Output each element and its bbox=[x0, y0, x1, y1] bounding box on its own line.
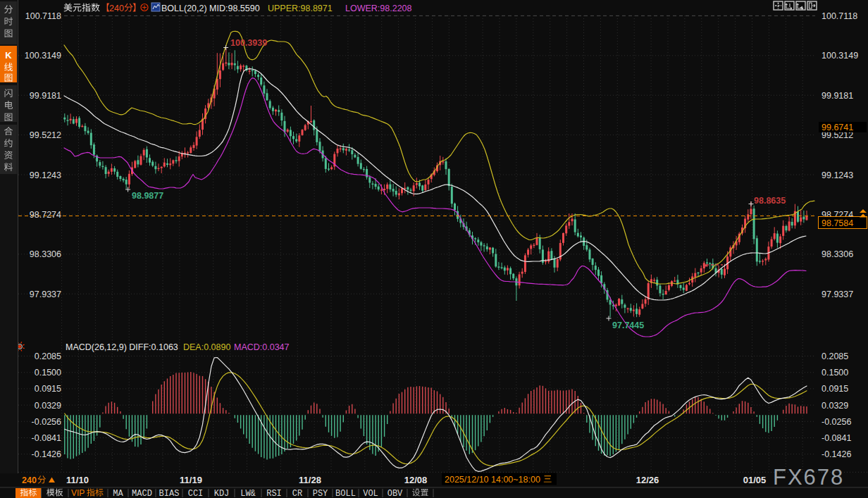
svg-text:12/26: 12/26 bbox=[636, 475, 659, 485]
svg-text:VIP: VIP bbox=[71, 488, 85, 498]
svg-text:MACD(26,12,9) DIFF:0.1063: MACD(26,12,9) DIFF:0.1063 bbox=[66, 342, 178, 352]
svg-text:97.7445: 97.7445 bbox=[612, 320, 644, 330]
svg-text:UPPER:98.8971: UPPER:98.8971 bbox=[268, 4, 333, 13]
svg-text:100.3149: 100.3149 bbox=[25, 51, 61, 61]
svg-text:-0.0256: -0.0256 bbox=[822, 417, 851, 427]
svg-text:-0.0256: -0.0256 bbox=[32, 417, 61, 427]
svg-text:BIAS: BIAS bbox=[159, 489, 180, 498]
svg-text:240: 240 bbox=[22, 475, 37, 485]
svg-text:KDJ: KDJ bbox=[214, 489, 230, 498]
svg-text:100.7118: 100.7118 bbox=[822, 11, 857, 21]
svg-text:DEA:0.0890: DEA:0.0890 bbox=[183, 342, 230, 352]
svg-text:01/05: 01/05 bbox=[743, 475, 767, 485]
svg-text:99.5212: 99.5212 bbox=[30, 130, 61, 140]
svg-text:CR: CR bbox=[292, 489, 302, 498]
svg-text:100.3149: 100.3149 bbox=[822, 51, 858, 61]
svg-text:0.0329: 0.0329 bbox=[35, 401, 61, 411]
svg-text:VOL: VOL bbox=[363, 489, 378, 498]
svg-text:11/28: 11/28 bbox=[299, 475, 321, 485]
svg-text:K: K bbox=[5, 50, 12, 61]
svg-text:BOLL(20,2) MID:98.5590: BOLL(20,2) MID:98.5590 bbox=[161, 4, 260, 13]
svg-text:MACD: MACD bbox=[132, 489, 152, 498]
svg-text:-0.1426: -0.1426 bbox=[32, 449, 61, 459]
svg-text:99.9181: 99.9181 bbox=[822, 91, 853, 101]
svg-text:0.2085: 0.2085 bbox=[822, 351, 848, 361]
svg-text:BOLL: BOLL bbox=[335, 489, 356, 498]
svg-text:99.9181: 99.9181 bbox=[30, 91, 61, 101]
svg-text:FX678: FX678 bbox=[773, 465, 844, 490]
svg-text:-0.0841: -0.0841 bbox=[822, 433, 851, 443]
svg-text:0.0915: 0.0915 bbox=[822, 384, 848, 394]
svg-text:LW&: LW& bbox=[240, 489, 256, 498]
svg-text:100.7118: 100.7118 bbox=[25, 11, 61, 21]
svg-text:97.9337: 97.9337 bbox=[30, 290, 61, 299]
svg-text:2025/12/10 14:00~18:00: 2025/12/10 14:00~18:00 bbox=[445, 475, 540, 485]
svg-text:OBV: OBV bbox=[388, 489, 403, 498]
svg-text:MACD:0.0347: MACD:0.0347 bbox=[234, 342, 290, 352]
svg-text:CCI: CCI bbox=[188, 489, 204, 498]
svg-text:0.2085: 0.2085 bbox=[35, 351, 61, 361]
svg-text:98.8635: 98.8635 bbox=[754, 196, 786, 206]
svg-text:0.1500: 0.1500 bbox=[35, 368, 61, 378]
svg-text:98.9877: 98.9877 bbox=[132, 191, 163, 201]
svg-text:98.7584: 98.7584 bbox=[822, 218, 853, 228]
svg-text:240: 240 bbox=[109, 4, 124, 13]
svg-text:-0.1426: -0.1426 bbox=[822, 449, 851, 459]
svg-text:11/10: 11/10 bbox=[66, 475, 89, 485]
svg-text:98.7274: 98.7274 bbox=[30, 210, 61, 220]
svg-text:LOWER:98.2208: LOWER:98.2208 bbox=[345, 4, 412, 13]
svg-text:99.1243: 99.1243 bbox=[30, 170, 61, 180]
svg-text:PSY: PSY bbox=[313, 489, 328, 498]
svg-text:0.0329: 0.0329 bbox=[822, 401, 848, 411]
svg-text:99.6741: 99.6741 bbox=[822, 123, 853, 132]
svg-text:MA: MA bbox=[113, 489, 123, 498]
svg-text:11/19: 11/19 bbox=[180, 475, 202, 485]
svg-text:0.0915: 0.0915 bbox=[35, 384, 61, 394]
svg-text:0.1500: 0.1500 bbox=[822, 368, 848, 378]
svg-text:98.3306: 98.3306 bbox=[30, 249, 61, 259]
svg-text:99.1243: 99.1243 bbox=[822, 170, 853, 180]
svg-text:97.9337: 97.9337 bbox=[822, 290, 853, 299]
svg-text:RSI: RSI bbox=[266, 489, 282, 498]
svg-text:-0.0841: -0.0841 bbox=[32, 433, 61, 443]
svg-text:100.3939: 100.3939 bbox=[230, 38, 267, 48]
svg-text:12/08: 12/08 bbox=[404, 475, 428, 485]
svg-text:98.3306: 98.3306 bbox=[822, 249, 853, 259]
